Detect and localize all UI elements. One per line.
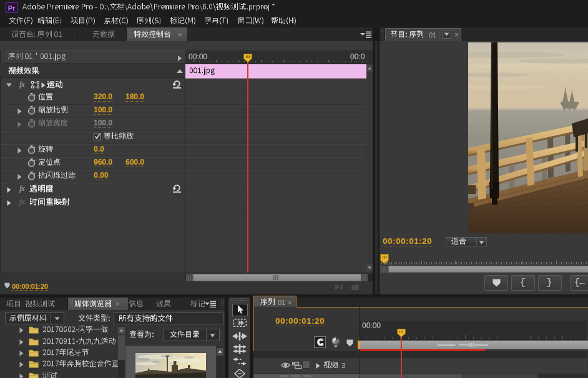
svg-text:fx: fx bbox=[19, 197, 25, 206]
svg-text:fx: fx bbox=[19, 80, 25, 89]
svg-text:fx: fx bbox=[19, 184, 25, 193]
svg-text:Pr: Pr bbox=[8, 4, 16, 12]
